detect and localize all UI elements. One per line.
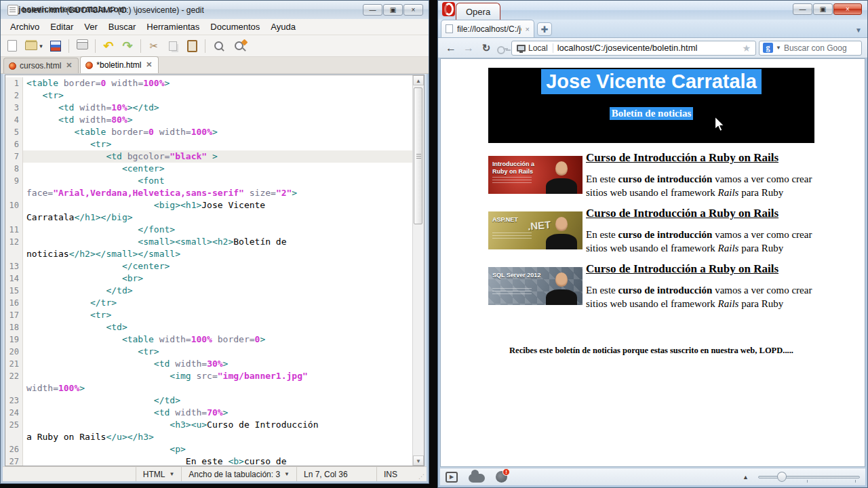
scroll-up-icon[interactable]: ▲ (413, 75, 424, 85)
minimize-button[interactable]: — (363, 4, 382, 16)
print-icon[interactable] (73, 38, 91, 54)
code-line[interactable]: 9 <font (5, 175, 412, 187)
menu-archivo[interactable]: Archivo (5, 20, 45, 34)
code-line[interactable]: 21 <td width=30%> (5, 358, 412, 370)
resize-grip[interactable]: ⋰ (418, 467, 427, 481)
key-icon[interactable] (496, 41, 509, 56)
code-line[interactable]: 10 <big><h1>Jose Vicente (5, 199, 412, 211)
code-line[interactable]: 24 <td width=70%> (5, 407, 412, 419)
panels-toggle-icon[interactable]: ▶ (446, 472, 458, 483)
zoom-slider[interactable] (758, 472, 860, 483)
scroll-down-icon[interactable]: ▼ (413, 455, 424, 466)
code-line[interactable]: 14 <br> (5, 272, 412, 285)
save-icon[interactable] (47, 38, 64, 54)
code-line[interactable]: 27 En este <b>curso de (5, 455, 412, 466)
reload-button[interactable]: ↻ (479, 41, 494, 56)
code-line[interactable]: 1<table border=0 width=100%> (5, 77, 412, 89)
code-text[interactable]: 1<table border=0 width=100%>2 <tr>3 <td … (5, 75, 412, 466)
tab-list-chevron-icon[interactable]: ▼ (855, 26, 862, 34)
opera-turbo-icon[interactable]: ! (496, 471, 507, 483)
local-badge[interactable]: Local (515, 43, 553, 53)
back-button[interactable]: ← (443, 41, 458, 56)
code-line[interactable]: 25 <h3><u>Curso de Introducción (5, 419, 412, 431)
code-line[interactable]: 23 </td> (5, 394, 412, 407)
menu-editar[interactable]: Editar (45, 20, 79, 34)
browser-tab[interactable]: file://localhost/C:/jose... × (441, 20, 534, 37)
code-line[interactable]: 19 <table width=100% border=0> (5, 333, 412, 346)
menu-ver[interactable]: Ver (79, 20, 103, 34)
code-line[interactable]: 16 </tr> (5, 297, 412, 309)
zoom-slider-track[interactable] (758, 476, 860, 479)
code-line[interactable]: 6 <tr> (5, 138, 412, 150)
open-icon[interactable] (22, 38, 45, 54)
code-line[interactable]: 2 <tr> (5, 89, 412, 102)
maximize-button[interactable]: ▣ (813, 3, 833, 15)
cut-icon[interactable] (145, 38, 163, 54)
menu-documentos[interactable]: Documentos (205, 20, 265, 34)
code-editor[interactable]: 1<table border=0 width=100%>2 <tr>3 <td … (5, 75, 425, 466)
language-selector[interactable]: HTML ▼ (136, 467, 182, 481)
course-thumbnail[interactable]: Introducción a Ruby on Rails (488, 156, 583, 194)
editor-tab[interactable]: *boletin.html✕ (80, 56, 159, 73)
course-thumbnail[interactable]: ASP.NET.NET (488, 211, 583, 249)
bookmark-star-icon[interactable]: ★ (740, 43, 753, 54)
insert-mode[interactable]: INS (376, 467, 418, 481)
forward-button[interactable]: → (461, 41, 476, 56)
editor-scrollbar[interactable]: ▲ ▼ (412, 75, 424, 466)
new-document-icon[interactable] (3, 38, 21, 54)
find-icon[interactable] (210, 38, 227, 54)
close-button[interactable]: × (833, 3, 862, 15)
course-heading[interactable]: Curso de Introducción a Ruby on Rails (586, 150, 814, 165)
opera-titlebar[interactable]: Opera — ▣ × (438, 1, 867, 20)
zoom-slider-knob[interactable] (777, 472, 787, 482)
code-line[interactable]: 4 <td width=80%> (5, 114, 412, 126)
undo-icon[interactable] (100, 38, 117, 54)
new-tab-button[interactable]: ✚ (537, 22, 552, 36)
code-line[interactable]: Carratala</h1></big> (5, 211, 412, 224)
code-line[interactable]: 15 </td> (5, 285, 412, 297)
minimize-button[interactable]: — (793, 3, 812, 15)
code-line[interactable]: noticias</h2></small></small> (5, 248, 412, 260)
tab-close-icon[interactable]: ✕ (64, 62, 73, 70)
tab-width-selector[interactable]: Ancho de la tabulación: 3 ▼ (181, 467, 296, 481)
code-line[interactable]: 3 <td width=10%></td> (5, 102, 412, 114)
search-placeholder[interactable]: Buscar con Goog (784, 43, 847, 53)
close-button[interactable]: × (403, 4, 423, 16)
url-text[interactable]: localhost/C:/josevicente/boletin.html (553, 43, 741, 53)
code-line[interactable]: 5 <table border=0 width=100%> (5, 126, 412, 138)
opera-unite-cloud-icon[interactable] (469, 474, 485, 483)
address-bar[interactable]: Local localhost/C:/josevicente/boletin.h… (511, 41, 756, 56)
code-line[interactable]: 20 <tr> (5, 346, 412, 358)
menu-herramientas[interactable]: Herramientas (141, 20, 205, 34)
paste-icon[interactable] (183, 38, 201, 54)
find-replace-icon[interactable] (229, 38, 249, 54)
code-line[interactable]: 18 <td> (5, 321, 412, 333)
course-thumbnail[interactable]: SQL Server 2012 (488, 267, 583, 305)
course-heading[interactable]: Curso de Introducción a Ruby on Rails (586, 262, 814, 276)
code-line[interactable]: 26 <p> (5, 443, 412, 455)
code-line[interactable]: 7 <td bgcolor="black" > (5, 150, 412, 163)
course-heading[interactable]: Curso de Introducción a Ruby on Rails (586, 206, 814, 220)
search-box[interactable]: g ▼ Buscar con Goog (759, 41, 862, 56)
tab-close-icon[interactable]: ✕ (144, 61, 153, 70)
code-line[interactable]: 13 </center> (5, 260, 412, 272)
opera-menu-button[interactable]: Opera (456, 3, 500, 20)
menu-ayuda[interactable]: Ayuda (265, 20, 301, 34)
code-line[interactable]: 12 <small><small><h2>Boletín de (5, 236, 412, 248)
maximize-button[interactable]: ▣ (383, 4, 403, 16)
code-line[interactable]: 17 <tr> (5, 309, 412, 321)
menu-buscar[interactable]: Buscar (103, 20, 141, 34)
code-line[interactable]: 22 <img src="img/banner1.jpg" (5, 370, 412, 382)
code-line[interactable]: 8 <center> (5, 163, 412, 175)
scrollbar-thumb[interactable] (414, 87, 422, 224)
code-line[interactable]: 11 </font> (5, 224, 412, 236)
zoom-menu-icon[interactable]: ▲ (743, 474, 749, 481)
tab-close-icon[interactable]: × (526, 25, 530, 33)
redo-icon[interactable] (119, 38, 136, 54)
code-line[interactable]: width=100%> (5, 382, 412, 394)
code-line[interactable]: face="Arial,Verdana,Helvetica,sans-serif… (5, 187, 412, 199)
editor-tab[interactable]: cursos.html✕ (3, 58, 79, 73)
code-line[interactable]: a Ruby on Rails</u></h3> (5, 431, 412, 443)
search-engine-caret-icon[interactable]: ▼ (776, 45, 781, 51)
copy-icon[interactable] (164, 38, 182, 54)
